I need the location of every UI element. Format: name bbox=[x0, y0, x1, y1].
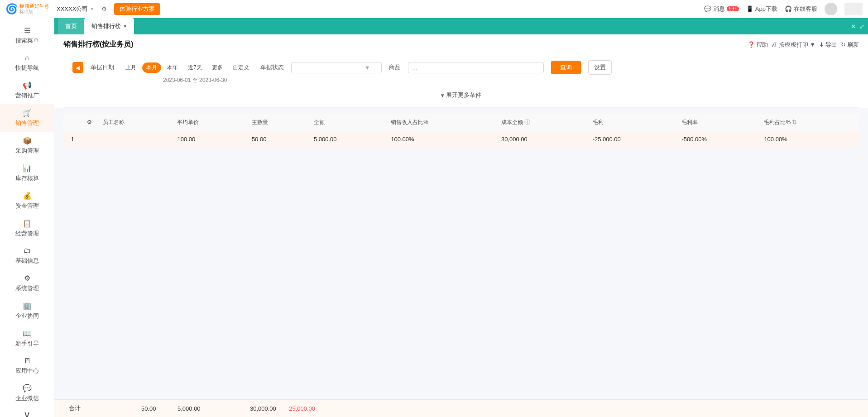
export-btn[interactable]: ⬇ 导出 bbox=[819, 41, 837, 49]
sidebar-item-guide[interactable]: 📖 新手引导 bbox=[0, 325, 54, 352]
sidebar-item-operations[interactable]: 📋 经营管理 bbox=[0, 215, 54, 242]
sidebar-label-app-center: 应用中心 bbox=[15, 367, 39, 375]
company-dropdown-icon[interactable]: ▼ bbox=[90, 6, 94, 11]
date-pill-last-month[interactable]: 上月 bbox=[121, 62, 140, 73]
sidebar-item-inventory[interactable]: 📊 库存核算 bbox=[0, 159, 54, 187]
sidebar: ☰ 搜索菜单 ⌂ 快捷导航 📢 营销推广 🛒 销售管理 📦 采购管理 📊 库存核… bbox=[0, 18, 54, 417]
data-table: ⚙ 员工名称 平均单价 主数量 全额 销售收入占比% 成本全额 ⓘ 毛利 毛利率… bbox=[63, 114, 859, 148]
query-button[interactable]: 查询 bbox=[551, 61, 581, 74]
refresh-btn[interactable]: ↻ 刷新 bbox=[841, 41, 859, 49]
tab-home-label: 首页 bbox=[65, 22, 77, 30]
filter-row-1: ◀ 单据日期 上月 本月 本年 近7天 更多 自定义 单据状态 bbox=[72, 60, 850, 75]
sidebar-item-search-menu[interactable]: ☰ 搜索菜单 bbox=[0, 22, 54, 49]
refresh-icon: ↻ bbox=[841, 41, 846, 48]
tab-restore-icon[interactable]: ⤢ bbox=[859, 23, 864, 30]
footer-avg-price bbox=[100, 405, 136, 412]
th-name: 员工名称 bbox=[97, 114, 172, 131]
status-select-arrow-icon: ▼ bbox=[364, 64, 370, 71]
sort-icon: ⇅ bbox=[792, 119, 797, 125]
print-btn[interactable]: 🖨 按模板打印 ▼ bbox=[772, 41, 815, 49]
goods-more-icon[interactable]: … bbox=[412, 64, 418, 71]
sidebar-label-system: 系统管理 bbox=[15, 284, 39, 292]
tab-close-icon[interactable]: × bbox=[124, 23, 127, 29]
cell-cost: 30,000.00 bbox=[496, 131, 587, 148]
page-header: 销售排行榜(按业务员) ❓ 帮助 🖨 按模板打印 ▼ ⬇ bbox=[54, 34, 868, 108]
message-icon: 💬 bbox=[704, 5, 711, 12]
footer-sales-pct bbox=[208, 405, 245, 412]
footer-gross-rate bbox=[321, 405, 357, 412]
content-area: 首页 销售排行榜 × ✕ ⤢ 销售排行榜(按业务员) ❓ 帮助 bbox=[54, 18, 868, 417]
finance-icon: 💰 bbox=[23, 192, 32, 200]
app-center-icon: 🖥 bbox=[24, 357, 31, 365]
th-cost: 成本全额 ⓘ bbox=[496, 114, 587, 131]
help-btn[interactable]: ❓ 帮助 bbox=[748, 41, 768, 49]
sidebar-label-finance: 资金管理 bbox=[15, 202, 39, 210]
search-menu-icon: ☰ bbox=[24, 26, 30, 35]
online-support-btn[interactable]: 🎧 在线客服 bbox=[785, 5, 817, 13]
sidebar-label-cooperation: 企业协同 bbox=[15, 312, 39, 320]
th-qty: 主数量 bbox=[246, 114, 308, 131]
table-footer: 合计 50.00 5,000.00 30,000.00 -25,000.00 bbox=[54, 399, 868, 417]
sales-icon: 🛒 bbox=[23, 109, 32, 117]
app-download-btn[interactable]: 📱 App下载 bbox=[746, 5, 777, 13]
cell-qty: 50.00 bbox=[246, 131, 308, 148]
table-header: ⚙ 员工名称 平均单价 主数量 全额 销售收入占比% 成本全额 ⓘ 毛利 毛利率… bbox=[63, 114, 859, 131]
avatar[interactable] bbox=[825, 3, 837, 15]
th-gross-pct[interactable]: 毛利占比% ⇅ bbox=[758, 114, 859, 131]
sidebar-item-app-center[interactable]: 🖥 应用中心 bbox=[0, 352, 54, 379]
filter-collapse-btn[interactable]: ◀ bbox=[72, 62, 83, 73]
th-settings[interactable]: ⚙ bbox=[82, 114, 97, 131]
status-select[interactable]: ▼ bbox=[291, 62, 382, 73]
th-gross-rate: 毛利率 bbox=[676, 114, 758, 131]
trial-button[interactable]: 体验行业方案 bbox=[114, 3, 160, 15]
online-support-label: 在线客服 bbox=[794, 5, 817, 13]
date-pill-custom[interactable]: 自定义 bbox=[229, 62, 253, 73]
sidebar-item-purchase[interactable]: 📦 采购管理 bbox=[0, 132, 54, 159]
sidebar-label-basic-info: 基础信息 bbox=[15, 257, 39, 265]
user-name-placeholder bbox=[844, 3, 863, 15]
cell-rank: 1 bbox=[63, 131, 82, 148]
sidebar-item-basic-info[interactable]: 🗂 基础信息 bbox=[0, 242, 54, 269]
sidebar-item-cooperation[interactable]: 🏢 企业协同 bbox=[0, 297, 54, 325]
page-content: 销售排行榜(按业务员) ❓ 帮助 🖨 按模板打印 ▼ ⬇ bbox=[54, 34, 868, 417]
date-pill-this-year[interactable]: 本年 bbox=[163, 62, 182, 73]
cooperation-icon: 🏢 bbox=[23, 302, 32, 310]
sidebar-item-vip[interactable]: V 畅会员 bbox=[0, 407, 54, 417]
company-selector[interactable]: 🌀 畅康通好生意 标准版 XXXXX公司 ▼ bbox=[5, 3, 94, 15]
sidebar-item-marketing[interactable]: 📢 营销推广 bbox=[0, 77, 54, 104]
cell-gross-pct: 100.00% bbox=[758, 131, 859, 148]
app-logo-sub: 标准版 bbox=[19, 9, 49, 14]
tab-bar: 首页 销售排行榜 × ✕ ⤢ bbox=[54, 18, 868, 34]
date-pill-more[interactable]: 更多 bbox=[208, 62, 227, 73]
tab-close-all-icon[interactable]: ✕ bbox=[851, 23, 856, 30]
settings-button[interactable]: 设置 bbox=[588, 60, 612, 75]
sidebar-label-guide: 新手引导 bbox=[15, 340, 39, 348]
cost-info-icon[interactable]: ⓘ bbox=[524, 119, 530, 125]
tab-active-label: 销售排行榜 bbox=[91, 22, 121, 30]
tab-home[interactable]: 首页 bbox=[58, 18, 84, 34]
quick-nav-icon: ⌂ bbox=[25, 54, 29, 62]
sidebar-item-wechat-work[interactable]: 💬 企业微信 bbox=[0, 379, 54, 407]
app-download-icon: 📱 bbox=[746, 5, 753, 12]
date-pill-7days[interactable]: 近7天 bbox=[184, 62, 206, 73]
sidebar-item-quick-nav[interactable]: ⌂ 快捷导航 bbox=[0, 49, 54, 77]
status-filter-label: 单据状态 bbox=[260, 63, 284, 72]
footer-label: 合计 bbox=[63, 404, 100, 412]
cell-name bbox=[97, 131, 172, 148]
table-wrap: ⚙ 员工名称 平均单价 主数量 全额 销售收入占比% 成本全额 ⓘ 毛利 毛利率… bbox=[54, 108, 868, 399]
expand-more-row[interactable]: ▾ 展开更多条件 bbox=[72, 88, 850, 102]
sidebar-item-finance[interactable]: 💰 资金管理 bbox=[0, 187, 54, 215]
settings-icon[interactable]: ⚙ bbox=[98, 3, 110, 15]
guide-icon: 📖 bbox=[23, 329, 32, 338]
sidebar-item-sales[interactable]: 🛒 销售管理 bbox=[0, 104, 54, 132]
cell-gross-rate: -500.00% bbox=[676, 131, 758, 148]
date-pill-this-month[interactable]: 本月 bbox=[142, 62, 161, 73]
table-body: 1 100.00 50.00 5,000.00 100.00% 30,000.0… bbox=[63, 131, 859, 148]
message-btn[interactable]: 💬 消息 99+ bbox=[704, 5, 739, 13]
footer-amount: 5,000.00 bbox=[172, 405, 208, 412]
sidebar-item-system[interactable]: ⚙ 系统管理 bbox=[0, 269, 54, 297]
cell-sales-pct: 100.00% bbox=[385, 131, 496, 148]
filter-area: ◀ 单据日期 上月 本月 本年 近7天 更多 自定义 单据状态 bbox=[63, 55, 859, 108]
tab-sales-ranking[interactable]: 销售排行榜 × bbox=[84, 18, 134, 34]
app-logo-text: 畅康通好生意 bbox=[19, 3, 49, 9]
